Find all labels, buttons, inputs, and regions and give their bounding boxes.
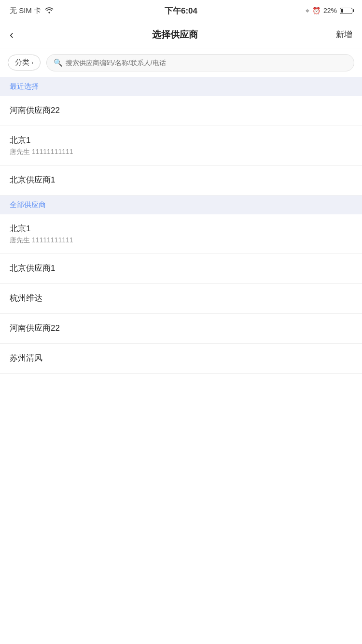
nav-bar: ‹ 选择供应商 新增 [0,21,362,48]
carrier-text: 无 SIM 卡 [10,6,41,15]
supplier-name: 杭州维达 [10,293,352,304]
supplier-name: 北京1 [10,223,352,234]
all-section-label: 全部供应商 [10,200,46,209]
list-item[interactable]: 北京1 唐先生 11111111111 [0,126,362,166]
new-action-button[interactable]: 新增 [336,29,352,40]
search-bar[interactable]: 🔍 [46,54,354,71]
recent-items-list: 河南供应商22 北京1 唐先生 11111111111 北京供应商1 [0,96,362,196]
list-item[interactable]: 北京供应商1 [0,254,362,284]
status-carrier-wifi: 无 SIM 卡 [10,6,54,15]
battery-icon [340,8,352,14]
chevron-right-icon: › [31,59,33,66]
supplier-name: 苏州清风 [10,352,352,364]
supplier-name: 北京供应商1 [10,263,352,274]
list-item[interactable]: 苏州清风 [0,344,362,374]
recent-section-header: 最近选择 [0,77,362,96]
battery-percent: 22% [323,7,337,14]
supplier-contact: 唐先生 11111111111 [10,236,352,245]
filter-bar: 分类 › 🔍 [0,48,362,77]
list-item[interactable]: 杭州维达 [0,284,362,314]
list-item[interactable]: 北京供应商1 [0,166,362,196]
all-section-header: 全部供应商 [0,196,362,214]
wifi-icon [45,7,54,15]
supplier-name: 北京供应商1 [10,174,352,185]
supplier-name: 河南供应商22 [10,322,352,334]
list-item[interactable]: 河南供应商22 [0,314,362,344]
search-input[interactable] [66,59,347,67]
list-item[interactable]: 河南供应商22 [0,96,362,126]
back-button[interactable]: ‹ [10,28,14,42]
supplier-name: 北京1 [10,135,352,146]
status-time: 下午6:04 [165,5,197,16]
supplier-name: 河南供应商22 [10,105,352,116]
search-icon: 🔍 [54,58,63,67]
recent-section-label: 最近选择 [10,82,39,90]
alarm-icon: ⏰ [312,7,320,14]
category-filter-button[interactable]: 分类 › [8,55,41,70]
location-icon: ⌖ [306,7,309,15]
list-item[interactable]: 北京1 唐先生 11111111111 [0,214,362,254]
supplier-contact: 唐先生 11111111111 [10,148,352,156]
all-items-list: 北京1 唐先生 11111111111 北京供应商1 杭州维达 河南供应商22 … [0,214,362,374]
page-title: 选择供应商 [152,28,198,41]
status-right: ⌖ ⏰ 22% [306,7,352,15]
status-bar: 无 SIM 卡 下午6:04 ⌖ ⏰ 22% [0,0,362,21]
category-label: 分类 [15,58,29,67]
